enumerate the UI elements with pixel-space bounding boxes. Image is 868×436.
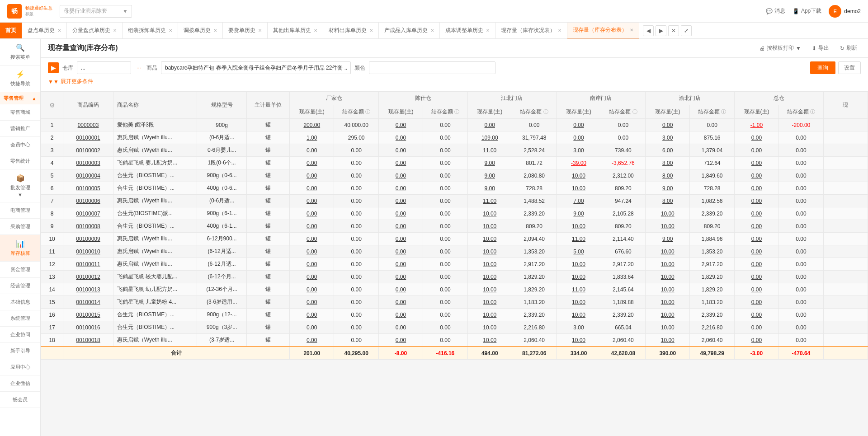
sidebar-item-wholesale[interactable]: 📦 批发管理 ▼ <box>0 169 40 202</box>
tab-close-icon[interactable]: ✕ <box>630 28 633 33</box>
quick-nav-icon: ⚡ <box>16 70 25 79</box>
tab-close-icon[interactable]: ✕ <box>258 28 262 33</box>
tab-home[interactable]: 首页 <box>0 23 22 39</box>
info-icon[interactable]: ⓘ <box>365 109 370 114</box>
cell-tot-stock: 0.00 <box>734 220 778 233</box>
app-download-btn[interactable]: 📱 App下载 <box>793 7 821 15</box>
industry-selector[interactable]: 母婴行业演示陈套 ▼ <box>60 5 132 18</box>
tab-close-icon[interactable]: ✕ <box>113 28 117 33</box>
info-icon[interactable]: ⓘ <box>721 109 726 114</box>
cell-unit: 罐 <box>247 233 290 245</box>
tab-prev-btn[interactable]: ◀ <box>643 25 654 36</box>
sidebar-item-retail-store[interactable]: 零售商城 <box>0 104 40 121</box>
sidebar-item-system[interactable]: 系统管理 <box>0 310 40 327</box>
cell-yb-amount: 2,339.20 <box>690 309 734 321</box>
cell-jb-stock: 10.00 <box>467 258 512 271</box>
sidebar-item-retail-stats[interactable]: 零售统计 <box>0 153 40 169</box>
sidebar-item-vip-member[interactable]: 畅会员 <box>0 392 40 408</box>
cell-na-amount: 0.00 <box>601 119 645 131</box>
refresh-btn[interactable]: ↻ 刷新 <box>836 42 861 54</box>
sidebar-item-operations[interactable]: 经营管理 <box>0 278 40 294</box>
sidebar-item-marketing[interactable]: 营销推广 <box>0 121 40 137</box>
cell-cs-stock: 0.00 <box>378 157 423 169</box>
top-bar: 畅 畅捷通好生意 标版 母婴行业演示陈套 ▼ 💬 消息 📱 App下载 E de… <box>0 0 868 23</box>
cell-fac-amount: 0.00 <box>334 144 378 157</box>
tab-other-out[interactable]: 其他出库单历史 ✕ <box>268 23 323 39</box>
cell-index: 2 <box>41 131 63 144</box>
messages-btn[interactable]: 💬 消息 <box>766 7 785 15</box>
tab-close-icon[interactable]: ✕ <box>369 28 373 33</box>
cell-tot-amount: 0.00 <box>779 334 823 347</box>
cell-name: 合生元（BIOSTIME）... <box>113 321 197 334</box>
query-btn[interactable]: 查询 <box>810 61 835 74</box>
sidebar-item-app-center[interactable]: 应用中心 <box>0 359 40 375</box>
setting-btn[interactable]: 设置 <box>838 61 861 74</box>
sidebar-item-corp-wechat[interactable]: 企业微信 <box>0 375 40 392</box>
cell-code: 00100013 <box>63 283 113 296</box>
sidebar-label-basic: 基础信息 <box>10 299 30 305</box>
user-area[interactable]: E demo2 <box>829 5 861 18</box>
tab-cost-adjust[interactable]: 成本调整单历史 ✕ <box>440 23 495 39</box>
tab-purchase-order[interactable]: 要货单历史 ✕ <box>223 23 268 39</box>
sidebar-item-ecommerce[interactable]: 电商管理 <box>0 202 40 219</box>
info-icon[interactable]: ⓘ <box>632 109 637 114</box>
cell-jb-stock: 10.00 <box>467 271 512 283</box>
cell-spec: (3-7岁适... <box>197 334 247 347</box>
color-input[interactable] <box>369 61 495 74</box>
tab-close-icon[interactable]: ✕ <box>213 28 217 33</box>
tab-close-icon[interactable]: ✕ <box>486 28 490 33</box>
tab-close-icon[interactable]: ✕ <box>314 28 317 33</box>
cell-cs-amount: 0.00 <box>423 283 467 296</box>
tab-close-icon[interactable]: ✕ <box>57 28 61 33</box>
cell-jb-amount: 2,094.40 <box>512 233 556 245</box>
sidebar-item-basic-info[interactable]: 基础信息 <box>0 294 40 310</box>
expand-more-btn[interactable]: ▼▼ 展开更多条件 <box>48 78 93 85</box>
sidebar-section-retail[interactable]: 零售管理 ▲ <box>0 92 40 104</box>
sidebar-item-guide[interactable]: 新手引导 <box>0 343 40 359</box>
tab-close-all-btn[interactable]: ✕ <box>668 25 679 36</box>
sidebar-item-search[interactable]: 🔍 搜索英单 <box>0 39 40 66</box>
sidebar-item-finance[interactable]: 资金管理 <box>0 262 40 278</box>
tab-next-btn[interactable]: ▶ <box>656 25 666 36</box>
tab-inventory-check[interactable]: 盘点单历史 ✕ <box>22 23 67 39</box>
product-input[interactable] <box>161 61 351 74</box>
tab-combo-disassembly[interactable]: 组装拆卸单历史 ✕ <box>123 23 178 39</box>
tab-close-icon[interactable]: ✕ <box>430 28 434 33</box>
settings-icon[interactable]: ⚙ <box>49 102 55 109</box>
cell-fac-amount: 0.00 <box>334 169 378 182</box>
sidebar-label-ecommerce: 电商管理 <box>10 207 30 214</box>
tab-expand-btn[interactable]: ⤢ <box>681 25 692 36</box>
header-actions: 🖨 按模板打印 ▼ ⬇ 导出 ↻ 刷新 <box>756 42 861 54</box>
warehouse-input[interactable] <box>77 61 131 74</box>
print-btn[interactable]: 🖨 按模板打印 ▼ <box>756 42 805 54</box>
cell-unit: 罐 <box>247 334 290 347</box>
th-yb-amount: 结存金额 ⓘ <box>690 105 734 119</box>
filter-toggle-btn[interactable]: ▶ <box>48 62 59 73</box>
sidebar-item-quick-nav[interactable]: ⚡ 快捷导航 <box>0 66 40 92</box>
sidebar-item-member[interactable]: 会员中心 <box>0 137 40 153</box>
wholesale-icon: 📦 <box>16 174 25 183</box>
cell-tot-amount: 0.00 <box>779 271 823 283</box>
sidebar-item-enterprise[interactable]: 企业协同 <box>0 327 40 343</box>
sidebar-item-inventory[interactable]: 📊 库存核算 <box>0 235 40 262</box>
tab-close-icon[interactable]: ✕ <box>558 28 561 33</box>
cell-current <box>823 207 868 220</box>
cell-tot-stock: 0.00 <box>734 321 778 334</box>
tab-stock-dist[interactable]: 现存量（库存分布表） ✕ <box>567 23 639 39</box>
info-icon[interactable]: ⓘ <box>454 109 459 114</box>
tab-stock-status[interactable]: 现存量（库存状况表） ✕ <box>495 23 567 39</box>
table-row: 18 00100018 惠氏启赋（Wyeth illu... (3-7岁适...… <box>41 334 868 347</box>
tab-material-out[interactable]: 材料出库单历史 ✕ <box>323 23 379 39</box>
info-icon[interactable]: ⓘ <box>543 109 548 114</box>
cell-fac-stock: 0.00 <box>290 233 334 245</box>
tab-finished-in[interactable]: 产成品入库单历史 ✕ <box>379 23 440 39</box>
tab-transfer[interactable]: 调拨单历史 ✕ <box>178 23 223 39</box>
info-icon[interactable]: ⓘ <box>810 109 815 114</box>
cell-yb-amount: 1,183.20 <box>690 296 734 309</box>
tab-branch-check[interactable]: 分量盘点单历史 ✕ <box>67 23 123 39</box>
export-btn[interactable]: ⬇ 导出 <box>808 42 833 54</box>
th-settings: ⚙ <box>41 92 63 119</box>
sidebar-item-purchase[interactable]: 采购管理 <box>0 219 40 235</box>
tab-close-icon[interactable]: ✕ <box>169 28 172 33</box>
summary-cs-s: -8.00 <box>378 347 423 360</box>
